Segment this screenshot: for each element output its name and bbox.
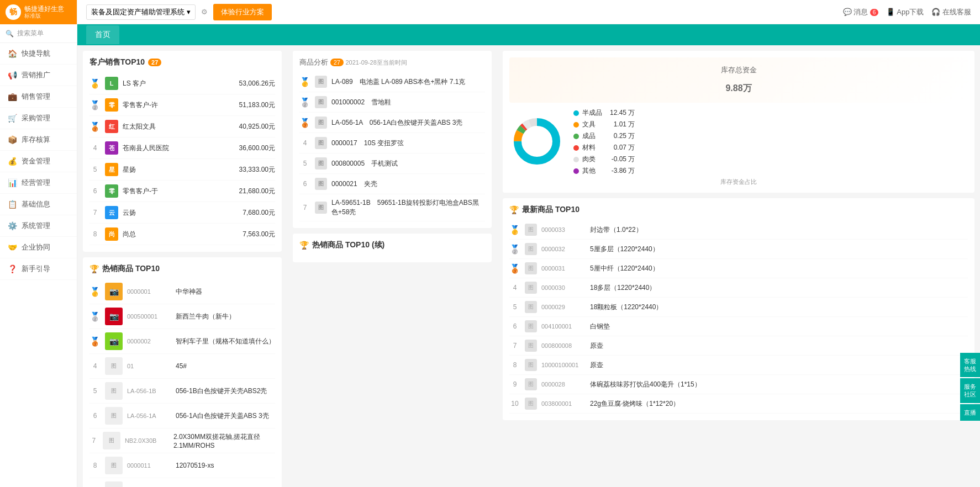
top-product-item[interactable]: 🥉 图 LA-056-1A 056-1A白色按键开关盖ABS 3壳 — [299, 113, 485, 133]
latest-product-item[interactable]: 9 图 0000028 体碗荔枝味苏打饮品400毫升（1*15） — [509, 375, 968, 394]
legend-dot — [573, 134, 579, 139]
hot-products-card: 🏆 热销商品 TOP10 🥇 📷 0000001 中华神器 🥈 📷 000500… — [83, 257, 282, 487]
hot-product-item[interactable]: 8 图 0000011 12070519-xs — [89, 453, 275, 478]
customer-rank-item[interactable]: 8 尚 尚总 7,563.00元 — [89, 224, 275, 245]
sidebar-item-operations[interactable]: 📊 经营管理 — [0, 172, 77, 194]
sidebar-item-shortcut[interactable]: 🏠 快捷导航 — [0, 43, 77, 65]
latest-product-item[interactable]: 🥈 图 0000032 5厘多层（1220*2440） — [509, 240, 968, 259]
message-button[interactable]: 💬 消息 6 — [843, 7, 879, 17]
rank-number: 6 — [299, 180, 310, 188]
rank-number: 6 — [509, 322, 520, 330]
latest-product-item[interactable]: 10 图 003800001 22g鱼豆腐·烧烤味（1*12*20） — [509, 394, 968, 414]
top-product-item[interactable]: 6 图 0000021 夹壳 — [299, 174, 485, 194]
product-code: LA-056-1B — [127, 388, 171, 394]
hot-product-item[interactable]: 🥉 📷 0000002 智利车子里（规格不知道填什么） — [89, 329, 275, 354]
sidebar-item-finance[interactable]: 💰 资金管理 — [0, 151, 77, 172]
settings-icon[interactable]: ⚙ — [201, 8, 208, 16]
latest-product-item[interactable]: 4 图 0000030 18多层（1220*2440） — [509, 278, 968, 298]
product-code: 0000028 — [541, 381, 586, 388]
product-icon: 图 — [315, 76, 327, 88]
trophy3-icon: 🏆 — [509, 205, 519, 214]
top-product-item[interactable]: 5 图 000800005 手机测试 — [299, 153, 485, 174]
top-product-item[interactable]: 🥈 图 001000002 雪地鞋 — [299, 92, 485, 113]
rank-number: 6 — [89, 412, 101, 420]
basic-icon: 📋 — [8, 200, 17, 209]
customer-value: 7,563.00元 — [243, 230, 275, 239]
inventory-legend: 半成品 12.45 万 文具 1.01 万 成品 0.25 万 材料 0.07 … — [573, 108, 635, 176]
customer-avatar: 零 — [105, 184, 118, 198]
sidebar-item-system[interactable]: ⚙️ 系统管理 — [0, 215, 77, 237]
content-area: 客户销售TOP10 27 🥇 L LS 客户 53,006.26元 🥈 零 零售… — [77, 45, 980, 487]
legend-label: 其他 — [582, 166, 604, 176]
sidebar-item-guide[interactable]: ❓ 新手引导 — [0, 258, 77, 280]
sidebar-item-inventory[interactable]: 📦 库存核算 — [0, 129, 77, 151]
product-name: 45# — [176, 362, 187, 370]
product-name: 原壶 — [590, 361, 603, 370]
latest-product-item[interactable]: 5 图 0000029 18颗粒板（1220*2440） — [509, 298, 968, 317]
sidebar-item-sales[interactable]: 💼 销售管理 — [0, 86, 77, 108]
product-name: 18颗粒板（1220*2440） — [590, 303, 662, 312]
customer-rank-item[interactable]: 5 星 星扬 33,333.00元 — [89, 159, 275, 181]
product-thumbnail-placeholder: 图 — [103, 432, 120, 449]
legend-label: 成品 — [582, 131, 606, 141]
float-community-button[interactable]: 服务社区 — [960, 378, 980, 403]
customer-value: 33,333.00元 — [239, 165, 275, 174]
product-name: 12070519-xs — [176, 462, 214, 469]
hot-products-extra-title: 🏆 热销商品 TOP10 (续) — [299, 240, 485, 250]
float-customer-service: 客服热线 服务社区 直播 — [960, 353, 980, 421]
float-live-button[interactable]: 直播 — [960, 404, 980, 421]
customer-value: 21,680.00元 — [239, 187, 275, 196]
customer-rank-item[interactable]: 7 云 云扬 7,680.00元 — [89, 202, 275, 224]
hot-product-item[interactable]: 9 图 KK-SD22110H 花语萌馆温分罐罐袋（厚款） — [89, 478, 275, 487]
medal-icon: 🥉 — [89, 336, 101, 347]
legend-item: 其他 -3.86 万 — [573, 166, 635, 176]
product-thumbnail-placeholder: 图 — [105, 357, 123, 375]
rank-number: 5 — [509, 303, 520, 311]
product-code: 10000100001 — [541, 362, 586, 368]
latest-product-item[interactable]: 8 图 10000100001 原壶 — [509, 356, 968, 375]
system-dropdown[interactable]: 装备及固定资产辅助管理系统 ▾ — [86, 4, 196, 20]
hot-product-item[interactable]: 7 图 NB2.0X30B 2.0X30MM双搓花轴,搓花直径2.1MM/ROH… — [89, 428, 275, 453]
latest-product-item[interactable]: 🥇 图 0000033 封边带（1.0*22） — [509, 220, 968, 240]
hot-product-item[interactable]: 6 图 LA-056-1A 056-1A白色按键开关盖ABS 3壳 — [89, 404, 275, 428]
operations-icon: 📊 — [8, 178, 17, 187]
marketing-icon: 📢 — [8, 71, 17, 80]
customer-rank-item[interactable]: 4 苍 苍南县人民医院 36,600.00元 — [89, 137, 275, 159]
product-code: 0000032 — [541, 246, 586, 252]
customer-rank-item[interactable]: 🥉 红 红太阳文具 40,925.00元 — [89, 116, 275, 137]
sidebar-item-cooperation[interactable]: 🤝 企业协同 — [0, 237, 77, 258]
latest-product-item[interactable]: 🥉 图 0000031 5厘中纤（1220*2440） — [509, 259, 968, 278]
top-product-item[interactable]: 4 图 0000017 10S 变扭罗弦 — [299, 133, 485, 153]
legend-value: 0.07 万 — [614, 143, 635, 152]
customer-rank-list: 🥇 L LS 客户 53,006.26元 🥈 零 零售客户-许 51,183.0… — [89, 73, 275, 245]
customer-rank-item[interactable]: 🥈 零 零售客户-许 51,183.00元 — [89, 94, 275, 116]
float-hotline-button[interactable]: 客服热线 — [960, 353, 980, 378]
medal-icon: 🥈 — [509, 244, 520, 255]
sidebar-search[interactable]: 🔍 搜索菜单 — [0, 24, 77, 43]
tab-home[interactable]: 首页 — [86, 25, 119, 44]
hot-product-item[interactable]: 🥇 📷 0000001 中华神器 — [89, 279, 275, 304]
hot-product-item[interactable]: 5 图 LA-056-1B 056-1B白色按键开关壳ABS2壳 — [89, 379, 275, 404]
sidebar-item-marketing[interactable]: 📢 营销推广 — [0, 65, 77, 86]
online-service-button[interactable]: 🎧 在线客服 — [931, 7, 971, 17]
customer-rank-item[interactable]: 🥇 L LS 客户 53,006.26元 — [89, 73, 275, 94]
latest-product-item[interactable]: 6 图 004100001 白钢垫 — [509, 317, 968, 336]
top-product-item[interactable]: 🥇 图 LA-089 电池盖 LA-089 ABS本色+黑种 7.1克 — [299, 72, 485, 92]
product-code: LA-056-1A — [127, 412, 171, 419]
customer-rank-item[interactable]: 6 零 零售客户-于 21,680.00元 — [89, 181, 275, 202]
trial-button[interactable]: 体验行业方案 — [213, 4, 272, 20]
latest-product-item[interactable]: 7 图 000800008 原壶 — [509, 336, 968, 356]
customer-avatar: 尚 — [105, 227, 118, 241]
page-tab-bar: 首页 — [77, 24, 980, 45]
latest-products-list: 🥇 图 0000033 封边带（1.0*22） 🥈 图 0000032 5厘多层… — [509, 220, 968, 414]
hot-product-item[interactable]: 🥈 📷 000500001 新西兰牛肉（新牛） — [89, 304, 275, 329]
sidebar-item-purchase[interactable]: 🛒 采购管理 — [0, 108, 77, 129]
app-download-button[interactable]: 📱 App下载 — [886, 7, 924, 17]
hot-product-item[interactable]: 4 图 01 45# — [89, 354, 275, 379]
customer-value: 51,183.00元 — [239, 100, 275, 110]
finance-icon: 💰 — [8, 157, 17, 166]
medal-icon: 🥇 — [299, 77, 310, 87]
sidebar-item-basic[interactable]: 📋 基础信息 — [0, 194, 77, 215]
top-product-item[interactable]: 7 图 LA-59651-1B 59651-1B旋转投影灯电池盒ABS黑色+58… — [299, 194, 485, 221]
medal-icon: 🥉 — [299, 118, 310, 128]
